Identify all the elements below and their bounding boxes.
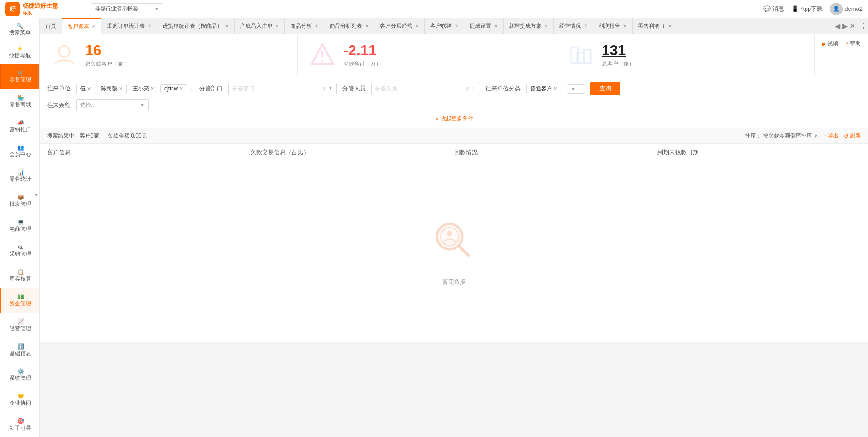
- sidebar-search[interactable]: 🔍 搜索菜单: [0, 18, 39, 41]
- tab-close-customer-contact[interactable]: ✕: [455, 24, 458, 28]
- retail-stats-icon: 📊: [5, 169, 36, 176]
- tab-close-raise-settings[interactable]: ✕: [494, 24, 498, 28]
- help-btn[interactable]: ? 帮助: [845, 40, 861, 48]
- refresh-btn[interactable]: ↺ 刷新: [844, 132, 861, 140]
- tab-close-profit-report[interactable]: ✕: [623, 24, 627, 28]
- dept-clear-icon[interactable]: ✕: [322, 86, 326, 92]
- sidebar-item-member[interactable]: 👥 会员中心: [0, 139, 39, 164]
- sidebar-item-retail-mall[interactable]: 🏪 零售商城: [0, 89, 39, 114]
- tab-close-retail-profit[interactable]: ✕: [668, 24, 671, 28]
- search-button[interactable]: 查询: [590, 82, 620, 95]
- empty-text: 暂无数据: [442, 278, 466, 286]
- tab-customer-segment[interactable]: 客户分层经营 ✕: [374, 18, 425, 34]
- tab-close-stock-stats[interactable]: ✕: [225, 24, 229, 28]
- unit-tag-2-close[interactable]: ✕: [119, 86, 123, 92]
- category-tag-normal: 普通客户 ✕: [526, 84, 561, 94]
- sidebar-item-cooperation[interactable]: 🤝 企业协同: [0, 388, 39, 413]
- filter-collapse-row: ∧ 收起更多条件: [47, 115, 861, 123]
- sidebar-item-purchase[interactable]: 🛍 采购管理: [0, 238, 39, 263]
- stat-clients-icon: [567, 42, 595, 69]
- sidebar-item-guide[interactable]: 🎯 新手引导: [0, 413, 39, 437]
- category-dropdown-arrow: ▼: [571, 86, 575, 91]
- tab-scroll-left[interactable]: ◀: [835, 22, 840, 30]
- stats-bar: 16 总欠款客户（家） -2.11 欠款合计（万）: [40, 34, 868, 76]
- unit-tag-1-close[interactable]: ✕: [87, 86, 91, 92]
- person-expand-icon[interactable]: ⊡: [471, 86, 476, 92]
- retail-mall-icon: 🏪: [5, 95, 36, 101]
- col-debt-info: 欠款交易信息（占比）: [250, 148, 454, 157]
- result-bar-right: 排序： 按欠款金额倒序排序 ▼ ↑ 导出 ↺ 刷新: [745, 132, 861, 140]
- sidebar-item-capital[interactable]: 💵 资金管理: [0, 288, 39, 313]
- tab-customer-contact[interactable]: 客户联络 ✕: [425, 18, 464, 34]
- app-download-btn[interactable]: 📱 App下载: [791, 5, 823, 13]
- sidebar-item-marketing[interactable]: 📣 营销推广: [0, 114, 39, 139]
- tab-close-customer-segment[interactable]: ✕: [415, 24, 419, 28]
- tab-home[interactable]: 首页: [40, 18, 62, 34]
- tab-goods-analysis-list[interactable]: 商品分析列表 ✕: [324, 18, 374, 34]
- stat-receivable-icon: [309, 42, 336, 69]
- tab-goods-analysis[interactable]: 商品分析 ✕: [285, 18, 324, 34]
- balance-select[interactable]: 选择... ▼: [76, 99, 149, 111]
- video-help-btn[interactable]: ▶ 视频: [822, 40, 838, 48]
- sidebar-item-retail-stats[interactable]: 📊 零售统计: [0, 164, 39, 189]
- tab-close-goods-analysis-list[interactable]: ✕: [365, 24, 369, 28]
- tab-customer-capital[interactable]: 客户账本 ✕: [62, 18, 101, 34]
- tab-purchase-order-stats[interactable]: 采购订单统计表 ✕: [101, 18, 157, 34]
- person-clear-icon[interactable]: ✕: [465, 86, 470, 92]
- unit-tag-4-close[interactable]: ✕: [179, 86, 183, 92]
- tab-bar-actions: ◀ ▶ ✕ ⛶: [831, 22, 868, 30]
- tab-stock-stats[interactable]: 进货单统计表（按商品） ✕: [157, 18, 235, 34]
- sidebar-item-inventory[interactable]: 📋 库存核算: [0, 263, 39, 288]
- export-btn[interactable]: ↑ 导出: [824, 132, 839, 140]
- sort-label-prefix: 排序：: [745, 132, 761, 140]
- tab-scroll-right[interactable]: ▶: [842, 22, 848, 30]
- person-select[interactable]: 分管人员 ✕ ⊡: [371, 83, 480, 95]
- sidebar-item-system[interactable]: ⚙️ 系统管理: [0, 363, 39, 388]
- user-profile[interactable]: 👤 demo2: [830, 3, 863, 15]
- tab-product-receipt[interactable]: 产成品入库单 ✕: [235, 18, 285, 34]
- sort-label: 按欠款金额倒序排序: [763, 132, 812, 140]
- sidebar-item-basic-info[interactable]: ℹ️ 基础信息: [0, 338, 39, 363]
- main-content: 首页 客户账本 ✕ 采购订单统计表 ✕ 进货单统计表（按商品） ✕ 产成品入库单…: [40, 18, 868, 437]
- stat-receivable: -2.11 欠款合计（万）: [298, 34, 556, 76]
- tab-new-raise-plan[interactable]: 新增提成方案 ✕: [504, 18, 554, 34]
- table-body: 暂无数据: [40, 162, 868, 342]
- tab-retail-profit[interactable]: 零售利润（ ✕: [633, 18, 677, 34]
- sidebar-quick-nav[interactable]: ⚡ 快捷导航: [0, 41, 39, 64]
- app-name: 畅捷通好生意: [23, 2, 58, 10]
- tab-close-goods-analysis[interactable]: ✕: [315, 24, 318, 28]
- sort-select[interactable]: 排序： 按欠款金额倒序排序 ▼: [745, 132, 818, 140]
- tab-close-purchase-order[interactable]: ✕: [148, 24, 151, 28]
- sidebar-item-retail-mgmt[interactable]: 🛒 零售管理: [0, 64, 39, 89]
- tab-close-product-receipt[interactable]: ✕: [275, 24, 279, 28]
- stat-total-customers: 16 总欠款客户（家）: [40, 34, 298, 76]
- tab-fullscreen[interactable]: ⛶: [857, 22, 864, 30]
- message-btn[interactable]: 💬 消息: [763, 5, 784, 13]
- dept-filter-label: 分管部门: [199, 85, 223, 93]
- svg-point-3: [321, 60, 323, 62]
- account-selector[interactable]: 母婴行业演示帐套 ▼: [91, 3, 163, 14]
- tab-operations-status[interactable]: 经营情况 ✕: [554, 18, 593, 34]
- empty-icon: [432, 218, 477, 272]
- svg-line-9: [460, 247, 469, 256]
- basic-info-icon: ℹ️: [5, 343, 36, 350]
- sidebar-item-operations[interactable]: 📈 经营管理: [0, 313, 39, 338]
- tab-close-customer-capital[interactable]: ✕: [92, 24, 96, 29]
- tab-close-new-raise-plan[interactable]: ✕: [544, 24, 548, 28]
- dept-select[interactable]: 分管部门 ✕ ▼: [228, 83, 337, 95]
- category-dropdown[interactable]: ▼: [567, 84, 585, 94]
- sidebar-item-ecommerce[interactable]: 💻 电商管理: [0, 214, 39, 238]
- stat-customers-content: 16 总欠款客户（家）: [85, 43, 129, 68]
- unit-tag-3-close[interactable]: ✕: [150, 86, 154, 92]
- tab-profit-report[interactable]: 利润报告 ✕: [593, 18, 633, 34]
- tab-raise-settings[interactable]: 提成设置 ✕: [464, 18, 504, 34]
- filter-row-2: 往来余额 选择... ▼: [47, 99, 861, 111]
- collapse-button[interactable]: ∧ 收起更多条件: [435, 115, 473, 123]
- tab-close-operations[interactable]: ✕: [584, 24, 587, 28]
- tab-more[interactable]: ✕: [849, 22, 855, 30]
- retail-mgmt-icon: 🛒: [5, 70, 36, 76]
- sort-arrow: ▼: [814, 133, 818, 138]
- unit-tags-more[interactable]: ···: [189, 86, 194, 92]
- category-tag-close[interactable]: ✕: [553, 86, 557, 92]
- sidebar-item-batch-mgmt[interactable]: 📦 批发管理 ▼: [0, 189, 39, 214]
